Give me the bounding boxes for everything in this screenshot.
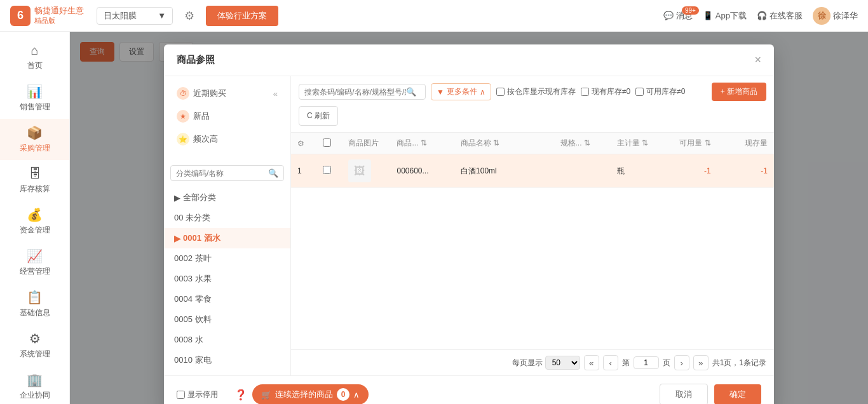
app-download-label: App下载: [715, 10, 747, 22]
category-search-icon[interactable]: 🔍: [268, 168, 278, 178]
cat-liquor[interactable]: ▶ 0001 酒水: [164, 228, 290, 248]
avatar: 徐: [813, 7, 831, 25]
stock-nonzero-checkbox[interactable]: [581, 88, 589, 96]
row-check[interactable]: [316, 154, 342, 188]
quick-recent-label: 近期购买: [193, 88, 226, 99]
app-download-nav-item[interactable]: 📱 App下载: [703, 10, 747, 22]
th-img: 商品图片: [342, 133, 390, 154]
stock-nonzero-checkbox-wrap: 现有库存≠0: [581, 86, 630, 97]
cat-snack[interactable]: 0004 零食: [164, 289, 290, 309]
user-nav-item[interactable]: 徐 徐泽华: [813, 7, 858, 25]
sidebar-item-purchase[interactable]: 📦 采购管理: [0, 119, 69, 160]
sidebar-label-purchase: 采购管理: [20, 143, 50, 154]
sidebar-item-business[interactable]: 📈 经营管理: [0, 242, 69, 283]
th-settings[interactable]: ⚙: [291, 133, 316, 154]
nav-warehouse-select[interactable]: 日太阳膜 ▼: [97, 7, 173, 25]
th-name[interactable]: 商品名称 ⇅: [454, 133, 553, 154]
first-page-btn[interactable]: «: [584, 355, 599, 370]
cart-collapse-icon: ∧: [353, 390, 360, 400]
cat-tea-label: 0002 茶叶: [174, 253, 212, 264]
cat-water[interactable]: 0008 水: [164, 330, 290, 350]
sidebar-item-system[interactable]: ⚙ 系统管理: [0, 325, 69, 366]
finance-icon: 💰: [27, 207, 43, 222]
page-suffix: 页: [663, 358, 670, 368]
cat-appliance[interactable]: 0010 家电: [164, 350, 290, 370]
cat-beverage[interactable]: 0005 饮料: [164, 309, 290, 330]
select-all-checkbox[interactable]: [323, 138, 331, 147]
logo-sub: 精品版: [34, 16, 84, 25]
show-disabled-checkbox[interactable]: [177, 391, 185, 399]
help-icon: ❓: [234, 389, 247, 401]
sidebar-item-enterprise[interactable]: 🏢 企业协同: [0, 366, 69, 404]
row-code: 000600...: [390, 154, 454, 188]
prev-page-btn[interactable]: ‹: [603, 355, 618, 370]
table-header: ⚙ 商品图片 商品... ⇅ 商品名称 ⇅: [291, 133, 774, 154]
quick-new[interactable]: ★ 新品: [170, 105, 284, 127]
product-search-input[interactable]: [304, 88, 406, 97]
warehouse-checkbox[interactable]: [496, 88, 505, 96]
quick-freq[interactable]: ⭐ 频次高: [170, 128, 284, 150]
cat-appliance-label: 0010 家电: [174, 354, 212, 366]
cat-expand-icon: ▶: [174, 193, 180, 203]
settings-icon[interactable]: ⚙: [179, 6, 200, 26]
warehouse-checkbox-label: 按仓库显示现有库存: [507, 86, 576, 97]
th-code-label: 商品...: [397, 138, 418, 147]
last-page-btn[interactable]: »: [693, 355, 709, 370]
modal-header: 商品参照 ×: [164, 44, 774, 76]
quick-recent[interactable]: ⏱ 近期购买 «: [170, 83, 284, 104]
logo-icon: 6: [10, 6, 31, 26]
next-page-btn[interactable]: ›: [674, 355, 689, 370]
sidebar-item-sales[interactable]: 📊 销售管理: [0, 77, 69, 119]
page-number-input[interactable]: [634, 356, 659, 369]
category-search-input[interactable]: [176, 169, 268, 178]
th-avail[interactable]: 可用量 ⇅: [660, 133, 717, 154]
right-panel: 🔍 ▼ 更多条件 ∧ 按仓库显示现有库存: [291, 76, 774, 375]
product-reference-modal: 商品参照 × ⏱ 近期购买 « ★: [164, 44, 774, 404]
sidebar-item-inventory[interactable]: 🗄 库存核算: [0, 160, 69, 201]
main-content: 查询 设置 刷新 商品参照 × ⏱: [70, 32, 868, 404]
refresh-btn[interactable]: C 刷新: [299, 106, 338, 126]
modal-title: 商品参照: [177, 54, 215, 66]
cart-btn[interactable]: 🛒 连续选择的商品 0 ∧: [252, 384, 369, 404]
cat-all[interactable]: ▶ 全部分类: [164, 187, 290, 208]
cat-uncategorized[interactable]: 00 未分类: [164, 208, 290, 228]
nav-right: 💬 消息 99+ 📱 App下载 🎧 在线客服 徐 徐泽华: [663, 7, 858, 25]
online-service-label: 在线客服: [770, 10, 803, 22]
category-search-wrap: 🔍: [170, 165, 284, 181]
page-size-select[interactable]: 50 10 20 100: [545, 356, 580, 370]
online-service-nav-item[interactable]: 🎧 在线客服: [757, 10, 803, 22]
filter-more-btn[interactable]: ▼ 更多条件 ∧: [431, 83, 491, 100]
sidebar: ⌂ 首页 📊 销售管理 📦 采购管理 🗄 库存核算 💰 资金管理 📈 经营管理 …: [0, 32, 70, 404]
sidebar-label-inventory: 库存核算: [20, 184, 50, 194]
sidebar-item-finance[interactable]: 💰 资金管理: [0, 201, 69, 242]
product-search-icon[interactable]: 🔍: [406, 87, 416, 97]
cat-all-label: 全部分类: [183, 192, 216, 203]
th-code[interactable]: 商品... ⇅: [390, 133, 454, 154]
cat-fruit[interactable]: 0003 水果: [164, 269, 290, 289]
th-spec[interactable]: 规格... ⇅: [554, 133, 611, 154]
th-check[interactable]: [316, 133, 342, 154]
sidebar-item-home[interactable]: ⌂ 首页: [0, 37, 69, 77]
sidebar-item-basic[interactable]: 📋 基础信息: [0, 283, 69, 325]
cancel-btn[interactable]: 取消: [660, 384, 708, 404]
cart-icon: 🛒: [261, 390, 271, 400]
table-row[interactable]: 1 🖼 000600... 白酒100ml 瓶 -1 -1: [291, 154, 774, 188]
total-records-label: 共1页，1条记录: [712, 358, 766, 368]
inventory-icon: 🗄: [29, 166, 41, 181]
modal-close-btn[interactable]: ×: [754, 53, 761, 67]
basic-icon: 📋: [27, 290, 43, 305]
confirm-btn[interactable]: 确定: [714, 384, 761, 404]
avail-nonzero-checkbox[interactable]: [635, 88, 644, 96]
sidebar-label-sales: 销售管理: [20, 102, 50, 112]
sales-icon: 📊: [27, 84, 43, 99]
headset-icon: 🎧: [757, 11, 767, 20]
page-label: 第: [622, 358, 630, 368]
messages-nav-item[interactable]: 💬 消息 99+: [663, 10, 693, 22]
cat-tea[interactable]: 0002 茶叶: [164, 248, 290, 269]
th-spec-label: 规格...: [560, 138, 582, 147]
th-stock: 现存量: [717, 133, 774, 154]
th-unit[interactable]: 主计量 ⇅: [611, 133, 660, 154]
add-product-btn[interactable]: + 新增商品: [712, 83, 766, 101]
experience-btn[interactable]: 体验行业方案: [206, 6, 278, 26]
logo-text-wrap: 畅捷通好生意 精品版: [34, 6, 84, 26]
